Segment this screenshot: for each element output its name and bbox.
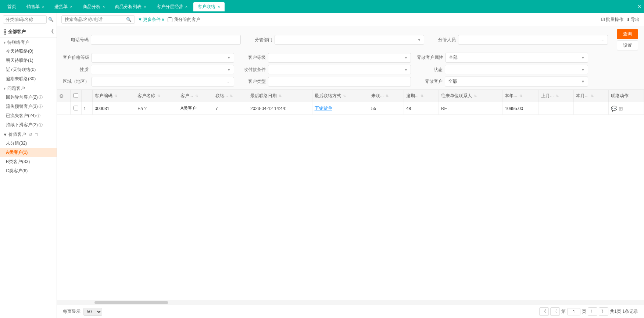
filter-manager: 分管人员 … bbox=[430, 35, 608, 45]
prev-page-btn[interactable]: 〈 bbox=[550, 307, 560, 316]
settings-button[interactable]: 设置 bbox=[617, 40, 638, 50]
manager-input[interactable]: … bbox=[458, 35, 608, 45]
price-level-arrow-icon: ▼ bbox=[227, 56, 231, 60]
last-month-sort-icon[interactable]: ⇅ bbox=[556, 94, 559, 98]
sidebar-item-declining[interactable]: 持续下滑客户(2) ⓘ bbox=[0, 120, 57, 130]
filter-price-level: 客户价格等级 ▼ bbox=[63, 53, 234, 63]
row-gear-cell bbox=[57, 102, 70, 115]
sidebar-item-churn-warning[interactable]: 流失预警客户(3) ⓘ bbox=[0, 102, 57, 111]
sidebar-all-customers[interactable]: ⣿ 全部客户 《 bbox=[0, 26, 57, 38]
section-problem-customers: ▼ 问题客户 bbox=[0, 84, 57, 93]
status-select[interactable]: ▼ bbox=[445, 65, 588, 74]
last-date-sort-icon[interactable]: ⇅ bbox=[279, 94, 282, 98]
next-page-btn[interactable]: 〉 bbox=[588, 307, 597, 316]
close-purchase-tab[interactable]: × bbox=[70, 4, 72, 9]
horizontal-scroll-bar[interactable] bbox=[57, 300, 644, 305]
type-sort-icon[interactable]: ⇅ bbox=[195, 94, 198, 98]
sidebar-item-abnormal-repurchase[interactable]: 回购异常客户(2) ⓘ bbox=[0, 93, 57, 102]
row-index-cell: 1 bbox=[81, 102, 92, 115]
contact-sort-icon[interactable]: ⇅ bbox=[230, 94, 233, 98]
sidebar-search-input[interactable] bbox=[3, 15, 47, 24]
nav-home[interactable]: 首页 bbox=[3, 2, 21, 11]
customer-level-select[interactable]: ▼ bbox=[268, 53, 411, 63]
first-page-btn[interactable]: 《 bbox=[539, 307, 549, 316]
grid-action-icon[interactable]: ⊞ bbox=[619, 106, 623, 112]
customer-level-arrow-icon: ▼ bbox=[404, 56, 408, 60]
value-customers-settings-icon[interactable]: 🗒 bbox=[34, 132, 39, 137]
sidebar-collapse-btn[interactable]: 《 bbox=[49, 28, 54, 35]
sidebar-search-area: 🔍 bbox=[0, 13, 57, 26]
close-window-button[interactable]: × bbox=[638, 3, 641, 10]
price-level-select[interactable]: ▼ bbox=[92, 53, 234, 63]
sidebar-item-unclassified[interactable]: 未分组(32) bbox=[0, 139, 57, 148]
row-code-cell: 000031 bbox=[92, 102, 135, 115]
scroll-thumb[interactable] bbox=[94, 301, 168, 304]
my-customers-check[interactable] bbox=[168, 17, 172, 22]
region-input[interactable]: … bbox=[92, 77, 234, 86]
sidebar-item-c-class[interactable]: C类客户(6) bbox=[0, 166, 57, 176]
sidebar-item-overdue-contact[interactable]: 逾期未联络(30) bbox=[0, 74, 57, 84]
sidebar-item-7day-contact[interactable]: 近7天待联络(0) bbox=[0, 65, 57, 74]
column-settings-icon[interactable]: ⚙ bbox=[59, 93, 64, 99]
value-customers-refresh-icon[interactable]: ↺ bbox=[29, 132, 32, 137]
export-btn[interactable]: ⬇ 导出 bbox=[626, 17, 640, 23]
close-segment-tab[interactable]: × bbox=[185, 4, 187, 9]
nav-customer-contact[interactable]: 客户联络 × bbox=[193, 2, 224, 11]
close-goods-analysis-tab[interactable]: × bbox=[103, 4, 105, 9]
customer-type-input[interactable] bbox=[268, 77, 411, 86]
filter-nature: 性质 ▼ bbox=[63, 65, 234, 74]
retail-customer-select[interactable]: 全部 ▼ bbox=[445, 77, 588, 86]
filter-retail-customer: 零散客户 全部 ▼ bbox=[417, 77, 588, 86]
name-sort-icon[interactable]: ⇅ bbox=[157, 94, 160, 98]
last-page-btn[interactable]: 》 bbox=[599, 307, 608, 316]
batch-operation-btn[interactable]: ☑ 批量操作 bbox=[601, 17, 623, 23]
nature-select[interactable]: ▼ bbox=[91, 65, 234, 74]
phone-input[interactable] bbox=[91, 35, 241, 45]
this-month-sort-icon[interactable]: ⇅ bbox=[591, 94, 594, 98]
no-contact-sort-icon[interactable]: ⇅ bbox=[386, 94, 389, 98]
close-contact-tab[interactable]: × bbox=[218, 4, 220, 9]
query-button[interactable]: 查询 bbox=[617, 29, 638, 39]
close-goods-list-tab[interactable]: × bbox=[144, 4, 146, 9]
col-unit-contact: 往来单位联系人 ⇅ bbox=[439, 90, 502, 102]
page-number-input[interactable] bbox=[567, 308, 580, 315]
row-checkbox[interactable] bbox=[74, 106, 78, 110]
last-contact-way-link[interactable]: 下销货单 bbox=[315, 106, 332, 111]
nav-sales[interactable]: 销售单 × bbox=[22, 2, 49, 11]
nav-goods-analysis[interactable]: 商品分析 × bbox=[78, 2, 109, 11]
sidebar-item-churned[interactable]: 已流失客户(24) ⓘ bbox=[0, 111, 57, 120]
main-search-input[interactable] bbox=[65, 17, 125, 22]
my-customers-checkbox[interactable]: 我分管的客户 bbox=[168, 17, 200, 23]
code-sort-icon[interactable]: ⇅ bbox=[114, 94, 117, 98]
sidebar-search-icon[interactable]: 🔍 bbox=[48, 17, 54, 22]
retail-attr-select[interactable]: 全部 ▼ bbox=[446, 53, 588, 63]
page-size-select[interactable]: 50 10 20 100 bbox=[83, 308, 102, 316]
this-year-sort-icon[interactable]: ⇅ bbox=[519, 94, 522, 98]
filter-row-2: 客户价格等级 ▼ 客户等级 ▼ 零散客户属性 全部 bbox=[63, 53, 638, 63]
main-search-icon[interactable]: 🔍 bbox=[126, 17, 132, 22]
department-select[interactable]: ▼ bbox=[275, 35, 425, 45]
nav-purchase[interactable]: 进货单 × bbox=[50, 2, 76, 11]
unit-contact-sort-icon[interactable]: ⇅ bbox=[474, 94, 477, 98]
sidebar-item-tomorrow-contact[interactable]: 明天待联络(1) bbox=[0, 56, 57, 65]
sidebar-item-a-class[interactable]: A类客户(1) bbox=[0, 148, 57, 157]
payment-select[interactable]: ▼ bbox=[268, 65, 411, 74]
customer-table: ⚙ 客户编码 ⇅ 客户名称 ⇅ bbox=[57, 90, 644, 115]
col-last-contact-way: 最后联络方式 ⇅ bbox=[312, 90, 369, 102]
row-actions-cell: 💬 ⊞ bbox=[609, 102, 644, 115]
col-gear: ⚙ bbox=[57, 90, 70, 102]
overdue-sort-icon[interactable]: ⇅ bbox=[421, 94, 423, 98]
sidebar-item-today-contact[interactable]: 今天待联络(0) bbox=[0, 47, 57, 56]
message-action-icon[interactable]: 💬 bbox=[611, 106, 617, 112]
select-all-checkbox[interactable] bbox=[74, 93, 78, 98]
row-no-contact-cell: 55 bbox=[369, 102, 404, 115]
last-way-sort-icon[interactable]: ⇅ bbox=[343, 94, 346, 98]
nav-customer-segment[interactable]: 客户分层经营 × bbox=[152, 2, 192, 11]
main-search-field[interactable]: 🔍 bbox=[61, 15, 135, 24]
sidebar-item-b-class[interactable]: B类客户(33) bbox=[0, 157, 57, 166]
nav-goods-analysis-list[interactable]: 商品分析列表 × bbox=[111, 2, 150, 11]
close-sales-tab[interactable]: × bbox=[42, 4, 44, 9]
more-conditions-btn[interactable]: ▼ 更多条件 ∧ bbox=[138, 17, 165, 23]
status-arrow-icon: ▼ bbox=[581, 68, 585, 72]
nature-arrow-icon: ▼ bbox=[227, 68, 231, 72]
